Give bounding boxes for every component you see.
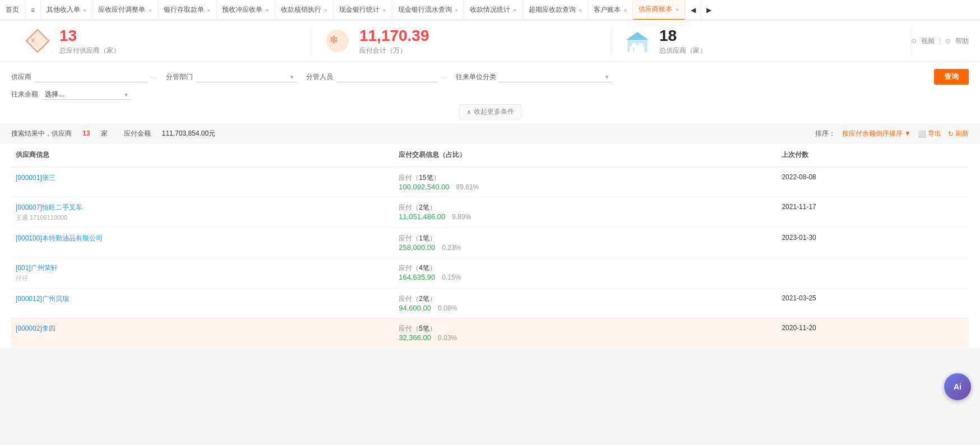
help-link[interactable]: 帮助 — [955, 36, 969, 46]
table-row: [000007]恒旺二手叉车王通 17106110000应付（2笔）11,051… — [11, 197, 969, 228]
supplier-link-row-2[interactable]: [000007]恒旺二手叉车 — [16, 203, 82, 211]
nav-tab-supplier-ledger[interactable]: 供应商账本 × — [633, 0, 685, 20]
data-table-container: 供应商信息 应付交易信息（占比） 上次付数 [000001]张三应付（15笔）1… — [0, 143, 980, 348]
filter-category: 往来单位分类 ▼ — [456, 72, 612, 82]
amount-row-6[interactable]: 32,366.00 — [399, 333, 431, 342]
table-header-row: 供应商信息 应付交易信息（占比） 上次付数 — [11, 143, 969, 167]
supplier-cell-row-3: [000100]本特勤油品有限公司 — [11, 228, 394, 258]
close-bank[interactable]: × — [207, 7, 210, 13]
diamond-icon: ¥ ￥ — [22, 26, 53, 56]
nav-tab-other-income[interactable]: 其他收入单 × — [41, 0, 93, 20]
nav-next-arrow[interactable]: ▶ — [701, 0, 716, 20]
supplier-link-row-1[interactable]: [000001]张三 — [16, 174, 56, 182]
last-payment-row-3: 2023-01-30 — [777, 228, 969, 258]
filter-area: 供应商 ··· 分管部门 ▼ 分管人员 ··· 往来单位分类 ▼ 查询 — [0, 62, 980, 124]
percentage-row-2: 9.89% — [452, 213, 471, 221]
tx-cell-row-3: 应付（1笔）258,000.000.23% — [394, 228, 777, 258]
supplier-input[interactable] — [35, 72, 147, 82]
sort-selector[interactable]: 按应付余额倒序排序 ▼ — [842, 129, 911, 138]
top-right-links: ⊙ 视频 | ⊙ 帮助 — [911, 36, 969, 46]
refresh-button[interactable]: ↻ 刷新 — [948, 129, 969, 138]
help-circle-icon: ⊙ — [945, 37, 951, 45]
nav-tab-bank-deposit[interactable]: 银行存取款单 × — [158, 0, 216, 20]
tx-cell-row-6: 应付（5笔）32,366.000.03% — [394, 318, 777, 348]
collapse-button[interactable]: ∧ 收起更多条件 — [459, 104, 521, 119]
close-payment-stat[interactable]: × — [513, 7, 516, 13]
th-supplier-info: 供应商信息 — [11, 143, 394, 167]
close-customer[interactable]: × — [623, 7, 627, 13]
amount-row-2[interactable]: 11,051,486.00 — [399, 212, 445, 221]
svg-text:￥: ￥ — [30, 37, 36, 44]
table-row: [000012]广州贝瑞应付（2笔）94,600.000.08%2021-03-… — [11, 289, 969, 318]
tx-cell-row-2: 应付（2笔）11,051,486.009.89% — [394, 197, 777, 228]
filter-balance: 往来余额 选择... ▼ — [11, 89, 131, 100]
table-row: [000100]本特勤油品有限公司应付（1笔）258,000.000.23%20… — [11, 228, 969, 258]
supplier-link-row-6[interactable]: [000002]李四 — [16, 325, 56, 332]
last-payment-row-6: 2020-11-20 — [777, 318, 969, 348]
svg-rect-10 — [630, 47, 633, 52]
supplier-link-row-5[interactable]: [000012]广州贝瑞 — [16, 295, 69, 303]
nav-prev-arrow[interactable]: ◀ — [685, 0, 701, 20]
last-payment-row-2: 2021-11-17 — [777, 197, 969, 228]
nav-tab-cash-bank-flow[interactable]: 现金银行流水查询 × — [392, 0, 464, 20]
close-advance[interactable]: × — [265, 7, 269, 13]
category-label: 往来单位分类 — [456, 72, 496, 82]
person-more-icon[interactable]: ··· — [441, 72, 447, 81]
nav-tab-home[interactable]: 首页 — [0, 0, 25, 20]
dept-input[interactable] — [196, 72, 297, 82]
amount-row-4[interactable]: 164,635.90 — [399, 273, 435, 281]
close-cash-stat[interactable]: × — [382, 7, 386, 13]
th-payable-tx: 应付交易信息（占比） — [394, 143, 777, 167]
svg-text:❄: ❄ — [329, 34, 339, 46]
nav-tab-payment-stat[interactable]: 收款情况统计 × — [464, 0, 523, 20]
balance-select[interactable]: 选择... — [41, 89, 131, 100]
total-suppliers-label: 总供应商（家） — [659, 46, 706, 55]
tx-cell-row-1: 应付（15笔）100,092,540.0089.61% — [394, 167, 777, 197]
supplier-sub-info-row-4: 仔仔 — [16, 274, 390, 282]
result-info: 搜索结果中，供应商 13 家 应付金额 111,703,854.00元 — [11, 129, 233, 138]
percentage-row-4: 0.15% — [442, 274, 461, 281]
summary-payable-suppliers: ¥ ￥ 13 总应付供应商（家） — [11, 26, 311, 56]
sort-label: 排序： — [815, 129, 835, 138]
percentage-row-5: 0.08% — [438, 304, 457, 312]
store-icon — [622, 26, 653, 56]
export-button[interactable]: ⬜ 导出 — [918, 129, 941, 138]
summary-payable-amount: ❄ 11,170.39 应付合计（万） — [311, 26, 611, 56]
person-input[interactable] — [336, 72, 437, 82]
nav-tab-customer-ledger[interactable]: 客户账本 × — [588, 0, 633, 20]
close-other-income[interactable]: × — [83, 7, 86, 13]
video-link[interactable]: 视频 — [921, 36, 935, 46]
payable-amount-number: 11,170.39 — [359, 27, 429, 45]
nav-tab-overdue-ar[interactable]: 超期应收款查询 × — [523, 0, 588, 20]
svg-rect-12 — [641, 47, 644, 52]
filter-row-1: 供应商 ··· 分管部门 ▼ 分管人员 ··· 往来单位分类 ▼ 查询 — [11, 69, 969, 85]
nav-tab-payment-verify[interactable]: 收款核销执行 × — [275, 0, 334, 20]
supplier-cell-row-1: [000001]张三 — [11, 167, 394, 197]
nav-tab-advance-ar[interactable]: 预收冲应收单 × — [216, 0, 275, 20]
close-ar-ap[interactable]: × — [148, 7, 151, 13]
supplier-link-row-4[interactable]: [001]广州荣轩 — [16, 264, 58, 272]
amount-row-5[interactable]: 94,600.00 — [399, 304, 431, 312]
amount-row-1[interactable]: 100,092,540.00 — [399, 183, 449, 191]
nav-tab-menu[interactable]: ≡ — [25, 0, 41, 20]
nav-tab-cash-bank-stat[interactable]: 现金银行统计 × — [334, 0, 392, 20]
circle-play-icon: ⊙ — [911, 37, 917, 45]
filter-person: 分管人员 ··· — [306, 72, 447, 82]
filter-supplier: 供应商 ··· — [11, 72, 157, 82]
percentage-row-3: 0.23% — [442, 244, 461, 252]
supplier-link-row-3[interactable]: [000100]本特勤油品有限公司 — [16, 234, 103, 242]
amount-row-3[interactable]: 258,000.00 — [399, 243, 435, 252]
close-supplier[interactable]: × — [675, 6, 678, 13]
supplier-sub-info-row-2: 王通 17106110000 — [16, 214, 390, 222]
supplier-cell-row-2: [000007]恒旺二手叉车王通 17106110000 — [11, 197, 394, 228]
close-payment-verify[interactable]: × — [324, 7, 327, 13]
supplier-cell-row-5: [000012]广州贝瑞 — [11, 289, 394, 318]
close-cash-flow[interactable]: × — [455, 7, 458, 13]
dept-label: 分管部门 — [166, 72, 193, 82]
close-overdue[interactable]: × — [579, 7, 582, 13]
query-button[interactable]: 查询 — [934, 69, 969, 85]
supplier-more-icon[interactable]: ··· — [150, 72, 157, 81]
table-row: [000002]李四应付（5笔）32,366.000.03%2020-11-20 — [11, 318, 969, 348]
nav-tab-ar-ap-adjust[interactable]: 应收应付调整单 × — [93, 0, 158, 20]
category-input[interactable] — [500, 72, 612, 82]
